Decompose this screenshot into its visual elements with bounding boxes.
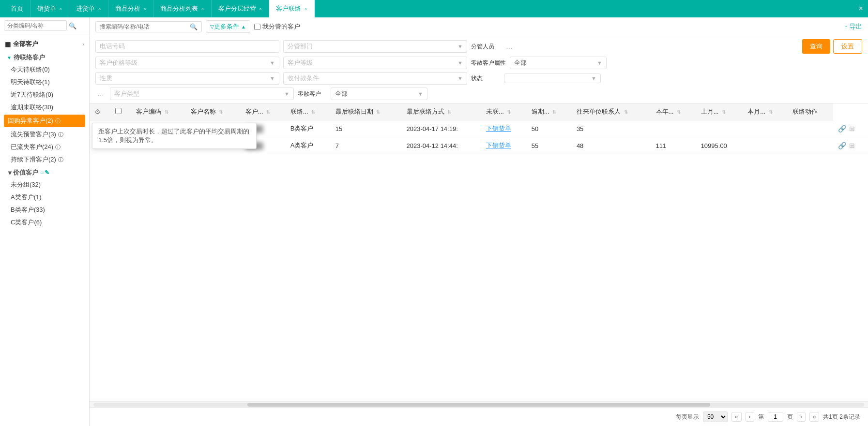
last-method-column-header[interactable]: 最后联络方式 ⇅ (402, 103, 481, 120)
sidebar-item-7days[interactable]: 近7天待联络(0) (0, 88, 89, 101)
this-month-column-header[interactable]: 本月... ⇅ (743, 103, 788, 120)
nature-field[interactable]: 性质 ▼ (95, 72, 279, 85)
scatter-attr-value: 全部 (514, 59, 594, 67)
customer-search-input[interactable] (100, 23, 190, 30)
sort-icon: ⇅ (311, 109, 315, 115)
nav-customer-contact[interactable]: 客户联络 × (269, 0, 314, 17)
sidebar-item-ungroup[interactable]: 未分组(32) (0, 178, 89, 191)
sidebar-item-abnormal[interactable]: 回购异常客户(2) ⓘ (4, 115, 85, 127)
content-area: 🔍 ▽ 更多条件 ▲ 我分管的客户 ↑ 导出 电话号码 (90, 17, 868, 426)
extra-dots[interactable]: … (95, 90, 106, 98)
customer-type-field[interactable]: 客户类型 ▼ (110, 88, 294, 100)
nature-label: 性质 (100, 74, 267, 83)
row-last-contact-method[interactable]: 下销货单 (481, 137, 527, 154)
window-close-button[interactable]: × (859, 4, 863, 13)
nav-analysis[interactable]: 商品分析 × (108, 0, 153, 17)
collapse-icon[interactable]: › (82, 41, 84, 47)
type-column-header[interactable]: 客户... ⇅ (241, 103, 286, 120)
sidebar-value-title[interactable]: ▼ 价值客户 ○ ✎ (0, 166, 89, 178)
dropdown-icon: ▼ (457, 44, 463, 49)
sort-icon: ⇅ (507, 109, 511, 115)
sidebar-item-today[interactable]: 今天待联络(0) (0, 63, 89, 76)
sidebar-item-b-class[interactable]: B类客户(33) (0, 204, 89, 216)
sidebar-item-lost[interactable]: 已流失客户(24) ⓘ (0, 141, 89, 153)
row-last-contact-date: 2023-04-17 14:19: (402, 120, 481, 137)
triangle-icon: ▼ (7, 55, 12, 60)
more-conditions-btn[interactable]: ▽ 更多条件 ▲ (206, 20, 250, 33)
nav-sales[interactable]: 销货单 × (30, 0, 69, 17)
sidebar-pending-title[interactable]: ▼ 待联络客户 (0, 51, 89, 63)
checkbox-column-header[interactable] (110, 103, 131, 120)
last-date-column-header[interactable]: 最后联络日期 ⇅ (331, 103, 402, 120)
total-records: 共1页 2条记录 (823, 413, 860, 421)
action-column-header: 联络动作 (788, 103, 833, 120)
page-number-input[interactable] (768, 412, 783, 422)
nav-analysis-list[interactable]: 商品分析列表 × (153, 0, 211, 17)
not-contacted-column-header[interactable]: 未联... ⇅ (481, 103, 527, 120)
grid-action-icon[interactable]: ⊞ (849, 125, 855, 132)
export-button[interactable]: ↑ 导出 (845, 22, 863, 31)
nav-customer-tier[interactable]: 客户分层经营 × (212, 0, 269, 17)
select-all-checkbox[interactable] (115, 108, 122, 114)
annual-column-header[interactable]: 本年... ⇅ (651, 103, 696, 120)
per-page-select[interactable]: 50 20 100 (703, 411, 728, 422)
price-grade-field[interactable]: 客户价格等级 ▼ (95, 57, 279, 69)
last-page-button[interactable]: » (809, 412, 820, 422)
nav-home[interactable]: 首页 (4, 0, 30, 17)
my-customers-checkbox-label[interactable]: 我分管的客户 (254, 22, 300, 31)
row-last-month (743, 120, 788, 137)
sidebar-item-tomorrow[interactable]: 明天待联络(1) (0, 76, 89, 88)
set-button[interactable]: 设置 (833, 39, 862, 54)
scatter-field[interactable]: 全部 ▼ (331, 88, 427, 100)
sidebar-item-at-risk[interactable]: 流失预警客户(3) ⓘ (0, 128, 89, 141)
nav-purchase[interactable]: 进货单 × (69, 0, 108, 17)
phone-field[interactable]: 电话号码 (95, 40, 279, 53)
scatter-attr-field[interactable]: 全部 ▼ (510, 57, 607, 69)
payment-field[interactable]: 收付款条件 ▼ (283, 72, 467, 85)
contact-count-column-header[interactable]: 联络... ⇅ (286, 103, 331, 120)
sidebar-all-customers[interactable]: ▦ 全部客户 › (0, 37, 89, 51)
scroll-thumb[interactable] (247, 403, 710, 407)
overdue-column-header[interactable]: 逾期... ⇅ (527, 103, 572, 120)
last-month-column-header[interactable]: 上月... ⇅ (696, 103, 743, 120)
status-field[interactable]: ▼ (504, 73, 601, 83)
sidebar-item-declining[interactable]: 持续下滑客户(2) ⓘ (0, 153, 89, 166)
sort-icon: ⇅ (376, 109, 380, 115)
dropdown-icon: ▼ (270, 60, 275, 66)
link-action-icon[interactable]: 🔗 (838, 125, 846, 132)
my-customers-checkbox[interactable] (254, 24, 260, 30)
close-icon[interactable]: × (259, 6, 262, 12)
refresh-icon[interactable]: ○ (40, 169, 44, 176)
next-page-button[interactable]: › (797, 412, 806, 422)
horizontal-scrollbar[interactable] (90, 401, 868, 407)
first-page-button[interactable]: « (731, 412, 742, 422)
code-column-header[interactable]: 客户编码 ⇅ (131, 103, 186, 120)
row-last-contact-method[interactable]: 下销货单 (481, 120, 527, 137)
query-button[interactable]: 查询 (802, 39, 830, 54)
sidebar-content: ▦ 全部客户 › ▼ 待联络客户 今天待联络(0) 明天待联络(1) 近7天待联… (0, 34, 89, 426)
close-icon[interactable]: × (201, 6, 204, 12)
close-icon[interactable]: × (59, 6, 62, 12)
grid-action-icon[interactable]: ⊞ (849, 142, 855, 149)
person-dots[interactable]: … (504, 43, 515, 50)
link-action-icon[interactable]: 🔗 (838, 142, 846, 149)
settings-column-header[interactable]: ⚙ (90, 103, 110, 120)
dept-field[interactable]: 分管部门 ▼ (283, 40, 467, 53)
chevron-up-icon: ▲ (241, 24, 246, 29)
edit-icon[interactable]: ✎ (45, 169, 49, 176)
close-icon[interactable]: × (304, 6, 307, 12)
sidebar-search-icon[interactable]: 🔍 (69, 22, 76, 29)
sidebar-search-input[interactable] (4, 20, 67, 31)
prev-page-button[interactable]: ‹ (746, 412, 754, 422)
close-icon[interactable]: × (143, 6, 146, 12)
scatter-attr-label: 零散客户属性 (471, 59, 506, 67)
sidebar-item-a-class[interactable]: A类客户(1) (0, 191, 89, 204)
name-column-header[interactable]: 客户名称 ⇅ (186, 103, 241, 120)
dropdown-icon: ▼ (270, 75, 275, 81)
contacts-column-header[interactable]: 往来单位联系人 ⇅ (572, 103, 651, 120)
customer-grade-field[interactable]: 客户等级 ▼ (283, 57, 467, 69)
close-icon[interactable]: × (98, 6, 101, 12)
search-icon[interactable]: 🔍 (190, 23, 198, 30)
sidebar-item-overdue[interactable]: 逾期未联络(30) (0, 101, 89, 114)
sidebar-item-c-class[interactable]: C类客户(6) (0, 216, 89, 229)
